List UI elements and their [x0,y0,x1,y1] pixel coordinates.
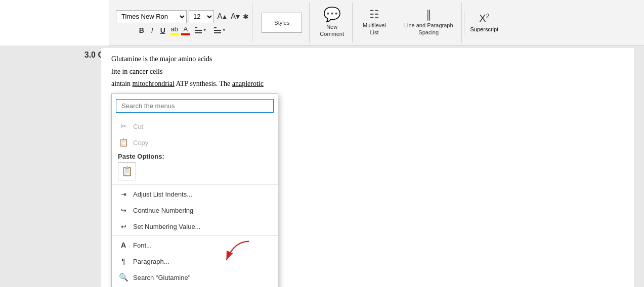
superscript-section: X2 Superscript [464,11,505,34]
copy-icon: 📋 [118,138,129,147]
menu-divider-3 [112,235,278,236]
paste-options-label: Paste Options: [118,153,272,160]
doc-line-1: Glutamine is the major amino acids [111,53,614,66]
paste-options-section: Paste Options: 📋 [112,151,278,183]
menu-divider-2 [112,184,278,185]
multilevel-list-section: ☷ MultilevelList [355,3,394,43]
font-size-select[interactable]: 12 [189,10,214,23]
spacing-section: ∥ Line and ParagraphSpacing [396,3,462,43]
cut-label: Cut [133,123,272,130]
search-menu-item[interactable]: 🔍 Search "Glutamine" [112,269,278,285]
new-comment-section: 💬 NewComment [312,3,353,43]
styles-label: Styles [274,20,289,26]
paragraph-icon: ¶ [118,257,129,265]
superscript-exp: 2 [486,13,490,20]
paragraph-menu-item[interactable]: ¶ Paragraph... [112,253,278,269]
multilevel-list-icon: ☷ [369,9,379,20]
mitochrondrial-link: mitochrondrial [133,80,175,87]
superscript-label: Superscript [470,26,499,32]
new-comment-label: NewComment [320,24,344,37]
paragraph-label: Paragraph... [133,258,272,265]
adjust-list-indents-item[interactable]: ⇥ Adjust List Indents... [112,186,278,202]
numbered-list-button[interactable]: ▼ [211,26,229,34]
continue-numbering-label: Continue Numbering [133,207,272,214]
search-box-wrap [112,96,278,116]
styles-section: Styles [254,3,310,43]
copy-menu-item[interactable]: 📋 Copy [112,134,278,151]
italic-button[interactable]: I [149,25,156,35]
font-menu-item[interactable]: A Font... [112,237,278,253]
line-spacing-icon: ∥ [426,9,432,20]
left-margin: 3.0 C [0,45,109,287]
highlight-button[interactable]: ab [170,25,179,35]
document-area: 3.0 C Glutamine is the major amino acids… [0,45,644,287]
line-spacing-button[interactable]: ∥ Line and ParagraphSpacing [399,5,458,41]
toolbar: Times New Ron 12 A▴ A▾ ✱ B I U ab A [109,0,644,45]
font-label: Font... [133,242,272,249]
anaplerotic-link: anaplerotic [232,80,264,87]
cut-icon: ✂ [118,122,129,131]
font-shrink-button[interactable]: A▾ [230,11,241,22]
styles-button[interactable]: Styles [257,5,306,41]
bold-button[interactable]: B [137,25,147,35]
set-numbering-icon: ↩ [118,223,129,230]
cut-menu-item[interactable]: ✂ Cut [112,118,278,134]
bullet-list-button[interactable]: ▼ [192,26,209,34]
context-menu: ✂ Cut 📋 Copy Paste Options: 📋 ⇥ Adjust L… [111,93,278,287]
paste-icons-row: 📋 [118,162,272,180]
font-controls-section: Times New Ron 12 A▴ A▾ ✱ B I U ab A [113,3,252,43]
set-numbering-label: Set Numbering Value... [133,223,272,230]
doc-line-2: lite in cancer cells [111,66,614,78]
continue-numbering-icon: ↪ [118,207,129,214]
adjust-list-icon: ⇥ [118,190,129,198]
underline-button[interactable]: U [158,25,168,35]
menu-divider-1 [112,117,278,117]
superscript-button[interactable]: X2 [479,13,489,24]
new-comment-icon: 💬 [323,8,341,22]
line-spacing-label: Line and ParagraphSpacing [404,22,453,35]
font-color-button[interactable]: A [181,25,190,35]
paste-keep-source-button[interactable]: 📋 [118,162,136,180]
menu-search-input[interactable] [116,99,274,113]
multilevel-list-label: MultilevelList [363,22,386,35]
new-comment-button[interactable]: 💬 NewComment [315,5,349,41]
doc-line-3: aintain mitochrondrial ATP synthesis. Th… [111,78,614,90]
continue-numbering-item[interactable]: ↪ Continue Numbering [112,202,278,218]
superscript-x: X [479,13,486,24]
set-numbering-value-item[interactable]: ↩ Set Numbering Value... [112,218,278,234]
adjust-list-label: Adjust List Indents... [133,190,272,198]
search-menu-icon: 🔍 [118,273,129,282]
font-name-select[interactable]: Times New Ron [116,10,187,23]
font-grow-button[interactable]: A▴ [216,11,228,22]
font-menu-icon: A [118,241,129,249]
multilevel-list-button[interactable]: ☷ MultilevelList [358,5,391,41]
search-label: Search "Glutamine" [133,274,272,281]
clear-format-button[interactable]: ✱ [243,13,249,21]
copy-label: Copy [133,139,272,147]
